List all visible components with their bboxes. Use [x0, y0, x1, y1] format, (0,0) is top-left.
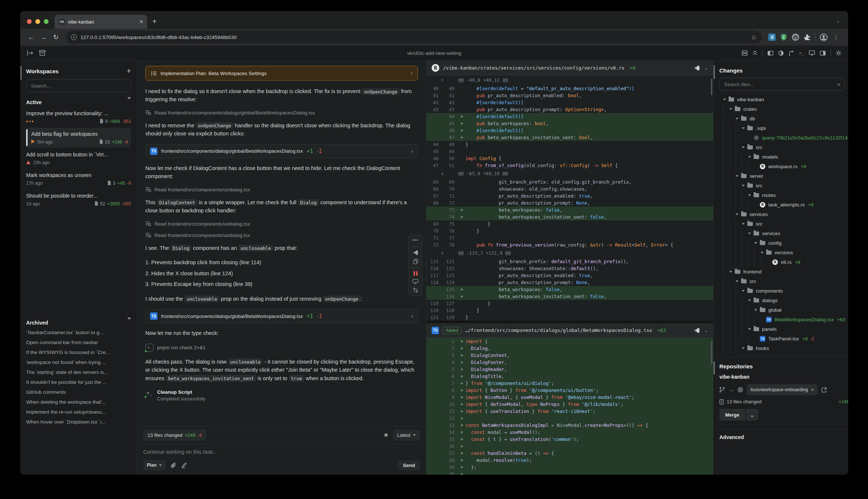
file-diff-card[interactable]: TSfrontend/src/components/dialogs/global…	[145, 144, 418, 158]
read-file-row[interactable]: Read frontend/src/components/ui/dialog.t…	[145, 187, 418, 192]
external-link-icon[interactable]	[821, 387, 827, 393]
tree-folder-row[interactable]: routes	[723, 190, 848, 200]
repo-name-row[interactable]: vibe-kanban	[719, 372, 848, 382]
forward-button[interactable]: →	[38, 33, 49, 41]
copy-icon[interactable]	[413, 259, 418, 264]
diff-header-rust[interactable]: R /vibe-kanban/crates/services/src/servi…	[426, 61, 713, 75]
diff-scrollbar[interactable]	[711, 341, 712, 364]
tree-folder-row[interactable]: config	[723, 238, 848, 248]
settings-gear-icon[interactable]	[836, 50, 842, 56]
tree-folder-row[interactable]: server	[723, 171, 848, 181]
tree-folder-row[interactable]: src	[723, 142, 848, 152]
hunk-header[interactable]: ↑@@ -40,8 +40,12 @@	[426, 75, 713, 85]
terminal-command-row[interactable]: >_pnpm run check 2>&1	[145, 344, 418, 352]
workspace-item[interactable]: Add beta flag for workspaces5m ago13+248…	[26, 128, 131, 148]
sidebar-scroll-thumb[interactable]	[20, 66, 22, 80]
tree-folder-row[interactable]: versions	[723, 248, 848, 257]
tree-file-row[interactable]: Rv8.rs+8	[723, 257, 848, 267]
message-input[interactable]: Continue working on this task...	[137, 444, 426, 457]
close-window-button[interactable]	[27, 19, 32, 24]
hunk-header[interactable]: ↕@@ -115,7 +121,9 @@	[426, 248, 713, 258]
minimize-window-button[interactable]	[35, 19, 40, 24]
tree-folder-row[interactable]: frontend	[723, 267, 848, 276]
reload-button[interactable]: ↻	[50, 33, 61, 41]
open-in-editor-icon[interactable]	[413, 250, 418, 255]
read-file-row[interactable]: Read frontend/src/components/ui/dialog.t…	[145, 221, 418, 227]
bookmark-star-icon[interactable]: ☆	[751, 33, 757, 41]
tree-file-row[interactable]: Rworkspace.rs+8	[723, 162, 848, 171]
tree-file-row[interactable]: TSBetaWorkspacesDialog.tsx+63	[723, 315, 848, 324]
diff-scrollbar[interactable]	[711, 78, 712, 95]
rows-layout-icon[interactable]	[742, 50, 748, 56]
pause-icon[interactable]	[414, 271, 418, 276]
tree-folder-row[interactable]: src	[723, 219, 848, 229]
shield-extension-icon[interactable]: £	[780, 33, 787, 41]
tab-list-chevron-icon[interactable]: ⌄	[833, 17, 843, 25]
tree-folder-row[interactable]: src	[723, 181, 848, 190]
latest-dropdown[interactable]: Latest	[393, 429, 420, 440]
workspace-item[interactable]: Mark workspaces as unseen17h ago3+45-0	[26, 169, 131, 189]
script-status-row[interactable]: >_Cleanup ScriptCompleted successfully	[145, 389, 418, 402]
tree-folder-row[interactable]: crates	[723, 104, 848, 114]
workspace-item[interactable]: Improve the preview functionality: ...9+…	[26, 107, 131, 127]
tree-folder-row[interactable]: services	[723, 209, 848, 219]
workspace-item[interactable]: Should be possible to reorder...2d ago52…	[26, 190, 131, 209]
archived-item[interactable]: Implement the re-run setup/cleanu...	[26, 407, 131, 417]
expand-hunk-icon[interactable]: ↕	[426, 169, 458, 178]
collapse-tree-icon[interactable]: ⇲	[837, 82, 840, 87]
git-compare-icon[interactable]	[413, 287, 418, 293]
new-tab-button[interactable]: +	[147, 17, 162, 29]
tree-folder-row[interactable]: panels	[723, 324, 848, 334]
url-bar[interactable]: i 127.0.0.1:57095/workspaces/c63c9fd6-df…	[66, 31, 762, 43]
read-file-row[interactable]: Read frontend/src/components/dialogs/glo…	[145, 110, 418, 116]
tree-folder-row[interactable]: services	[723, 229, 848, 238]
read-file-row[interactable]: Read frontend/src/components/ui/dialog.t…	[145, 233, 418, 238]
browser-tab[interactable]: VK vibe-kanban ✕	[54, 15, 147, 29]
active-section-header[interactable]: Active	[26, 98, 131, 107]
collapse-all-icon[interactable]	[752, 50, 758, 56]
shuffle-arrows-icon[interactable]	[789, 50, 794, 56]
expand-hunk-icon[interactable]: ↑	[426, 75, 458, 85]
left-panel-icon[interactable]	[768, 51, 773, 56]
archived-item[interactable]: If the WYSIWYG is focussed in `Cre...	[26, 347, 131, 357]
archived-item[interactable]: GitHub comments	[26, 387, 131, 397]
site-info-icon[interactable]: i	[71, 34, 77, 40]
pen-icon[interactable]	[181, 462, 187, 468]
tree-folder-row[interactable]: components	[723, 286, 848, 295]
tree-folder-row[interactable]: src	[723, 276, 848, 286]
archive-box-icon[interactable]	[39, 50, 46, 56]
search-files-input[interactable]: Search files... ⇲	[719, 78, 845, 91]
tree-file-row[interactable]: Rtask_attempts.rs+9	[723, 200, 848, 209]
tree-folder-row[interactable]: db	[723, 114, 848, 123]
archived-item[interactable]: Open command bar from navbar	[26, 337, 131, 347]
repos-scroll-thumb[interactable]	[713, 361, 715, 375]
attach-paperclip-icon[interactable]	[171, 462, 176, 468]
more-options-icon[interactable]: •••	[412, 237, 419, 243]
tree-folder-row[interactable]: global	[723, 305, 848, 315]
file-diff-card[interactable]: TSfrontend/src/components/dialogs/global…	[145, 309, 418, 323]
archived-item[interactable]: When hover over `Dropdown.tsx` i...	[26, 417, 131, 427]
preview-monitor-icon[interactable]	[412, 279, 418, 284]
diff-header-ts[interactable]: TS Added …/frontend/src/components/dialo…	[426, 323, 713, 338]
tree-folder-row[interactable]: .sqlx	[723, 123, 848, 133]
archived-item[interactable]: It shouldn't be possible for just the ..…	[26, 377, 131, 387]
archived-item[interactable]: When deleting the workspace that'...	[26, 397, 131, 407]
expand-hunk-icon[interactable]: ↕	[426, 248, 458, 258]
open-in-vscode-icon[interactable]	[694, 65, 700, 71]
tree-folder-row[interactable]: dialogs	[723, 295, 848, 305]
hunk-header[interactable]: ↕@@ -65,8 +69,10 @@	[426, 169, 713, 178]
files-changed-chip[interactable]: 13 files changed +248 -4	[143, 429, 206, 440]
tree-folder-row[interactable]: vibe-kanban	[723, 95, 848, 104]
branch-dropdown[interactable]: louis/workspace-onboarding	[747, 384, 818, 395]
implementation-plan-card[interactable]: Implementation Plan: Beta Workspaces Set…	[145, 66, 418, 81]
workspace-search-input[interactable]: Search...	[26, 79, 131, 92]
spark-icon[interactable]: ✳	[383, 432, 388, 439]
send-button[interactable]: Send	[398, 460, 420, 470]
maximize-window-button[interactable]	[44, 19, 49, 24]
add-workspace-button[interactable]: +	[127, 67, 131, 75]
tab-close-icon[interactable]: ✕	[139, 19, 144, 25]
mode-dropdown[interactable]: Plan	[143, 460, 166, 470]
merge-options-chevron[interactable]: ⌄	[746, 409, 758, 421]
open-in-vscode-icon[interactable]	[694, 328, 700, 333]
tree-folder-row[interactable]: models	[723, 152, 848, 162]
